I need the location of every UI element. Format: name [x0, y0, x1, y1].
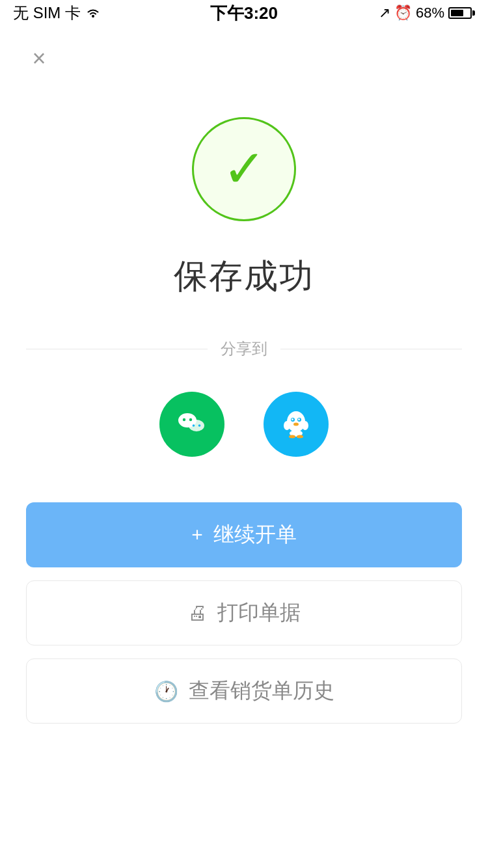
- status-time: 下午3:20: [210, 2, 278, 25]
- no-sim-label: 无 SIM 卡: [13, 3, 81, 23]
- battery-percent: 68%: [416, 5, 444, 21]
- svg-point-5: [193, 424, 195, 427]
- print-label: 打印单据: [217, 599, 301, 627]
- svg-point-14: [298, 418, 300, 420]
- svg-point-15: [293, 423, 299, 426]
- share-divider: 分享到: [26, 338, 462, 359]
- svg-point-9: [284, 421, 290, 430]
- qq-share-button[interactable]: [264, 392, 329, 457]
- svg-point-17: [297, 435, 303, 439]
- action-buttons: + 继续开单 🖨 打印单据 🕐 查看销货单历史: [26, 502, 462, 724]
- status-left: 无 SIM 卡: [13, 3, 100, 23]
- close-button[interactable]: ×: [20, 39, 59, 78]
- history-button[interactable]: 🕐 查看销货单历史: [26, 658, 462, 724]
- wechat-icon: [174, 406, 210, 442]
- battery-icon: [448, 7, 475, 19]
- qq-icon: [278, 406, 314, 442]
- status-bar: 无 SIM 卡 下午3:20 ↗ ⏰ 68%: [0, 0, 488, 26]
- share-icons: [159, 392, 329, 457]
- svg-point-3: [183, 418, 185, 421]
- main-content: ✓ 保存成功 分享到: [0, 91, 488, 868]
- print-button[interactable]: 🖨 打印单据: [26, 580, 462, 645]
- divider-left: [26, 349, 208, 349]
- svg-point-2: [189, 420, 204, 431]
- history-label: 查看销货单历史: [189, 677, 334, 705]
- svg-point-16: [289, 435, 295, 439]
- svg-point-10: [302, 421, 308, 430]
- svg-point-4: [189, 418, 192, 421]
- wifi-icon: [86, 4, 100, 22]
- print-icon: 🖨: [187, 602, 207, 624]
- status-right: ↗ ⏰ 68%: [379, 5, 475, 21]
- plus-icon: +: [191, 524, 203, 546]
- svg-point-0: [92, 15, 94, 18]
- svg-point-7: [287, 411, 305, 432]
- wechat-share-button[interactable]: [159, 392, 224, 457]
- continue-order-label: 继续开单: [213, 521, 297, 549]
- divider-right: [280, 349, 462, 349]
- svg-point-6: [198, 424, 201, 427]
- checkmark-icon: ✓: [223, 143, 266, 195]
- location-icon: ↗: [379, 5, 390, 21]
- success-title: 保存成功: [174, 254, 314, 299]
- success-circle: ✓: [192, 117, 296, 221]
- alarm-icon: ⏰: [394, 5, 412, 21]
- history-icon: 🕐: [154, 680, 178, 703]
- continue-order-button[interactable]: + 继续开单: [26, 502, 462, 567]
- share-label: 分享到: [221, 338, 267, 359]
- close-icon: ×: [32, 47, 46, 70]
- svg-point-13: [291, 418, 293, 420]
